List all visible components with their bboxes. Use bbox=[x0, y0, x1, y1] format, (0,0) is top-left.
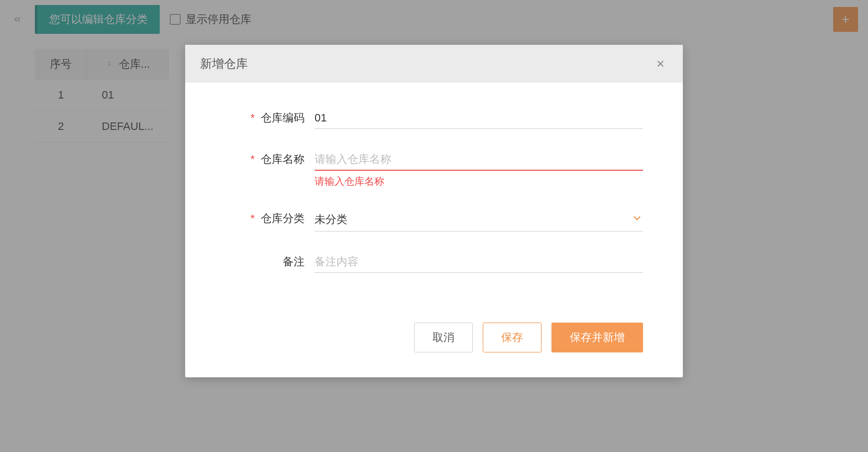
modal-header: 新增仓库 bbox=[185, 45, 683, 83]
required-star: * bbox=[250, 153, 255, 165]
category-select[interactable]: 未分类 bbox=[315, 208, 643, 231]
save-and-new-button[interactable]: 保存并新增 bbox=[551, 323, 643, 352]
category-value: 未分类 bbox=[315, 212, 347, 227]
form-row-remark: 备注 bbox=[225, 251, 643, 273]
form-row-category: * 仓库分类 未分类 bbox=[225, 208, 643, 231]
modal-body: * 仓库编码 * 仓库名称 请输入仓库名称 bbox=[185, 83, 683, 313]
modal-overlay: 新增仓库 * 仓库编码 * bbox=[0, 0, 868, 452]
form-row-name: * 仓库名称 请输入仓库名称 bbox=[225, 149, 643, 188]
name-input[interactable] bbox=[315, 149, 643, 171]
close-icon bbox=[655, 58, 666, 69]
required-star: * bbox=[250, 112, 255, 124]
add-warehouse-modal: 新增仓库 * 仓库编码 * bbox=[185, 45, 683, 377]
label-code: * 仓库编码 bbox=[225, 108, 305, 125]
name-error-message: 请输入仓库名称 bbox=[315, 175, 643, 188]
required-star: * bbox=[250, 212, 255, 225]
cancel-button[interactable]: 取消 bbox=[414, 323, 473, 352]
modal-footer: 取消 保存 保存并新增 bbox=[185, 313, 683, 377]
modal-title: 新增仓库 bbox=[200, 56, 248, 72]
save-button[interactable]: 保存 bbox=[483, 323, 542, 352]
label-category: * 仓库分类 bbox=[225, 208, 305, 226]
form-row-code: * 仓库编码 bbox=[225, 108, 643, 129]
code-input[interactable] bbox=[315, 108, 643, 129]
chevron-down-icon bbox=[631, 212, 643, 227]
remark-input[interactable] bbox=[315, 251, 643, 273]
label-remark: 备注 bbox=[225, 251, 305, 269]
close-button[interactable] bbox=[653, 56, 668, 71]
label-name: * 仓库名称 bbox=[225, 149, 305, 167]
